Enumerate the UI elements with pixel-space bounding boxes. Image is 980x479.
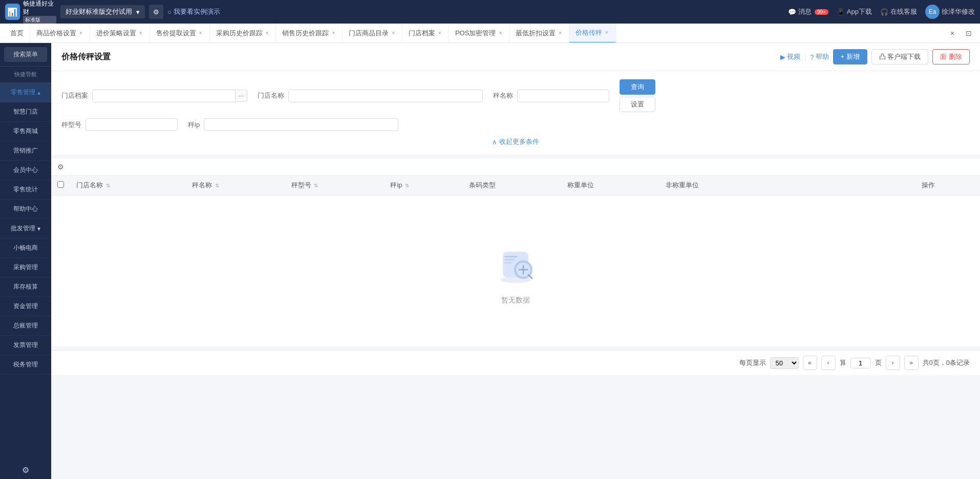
sidebar-item-finance[interactable]: 资金管理 bbox=[0, 297, 51, 316]
sidebar-settings-button[interactable]: ⚙ bbox=[22, 465, 29, 475]
video-link[interactable]: ▶ 视频 bbox=[780, 52, 800, 61]
sidebar-item-ledger[interactable]: 总账管理 bbox=[0, 316, 51, 336]
settings-button[interactable]: 设置 bbox=[620, 97, 655, 112]
table-header-scale-model: 秤型号 ⇅ bbox=[285, 176, 385, 195]
tab-price-scale[interactable]: 价格传秤 × bbox=[569, 24, 616, 43]
sidebar-item-smart-store[interactable]: 智慧门店 bbox=[0, 102, 51, 122]
tab-purchase-strategy[interactable]: 进价策略设置 × bbox=[90, 24, 150, 43]
tab-close-icon[interactable]: × bbox=[265, 30, 270, 36]
avatar: Ea bbox=[925, 5, 940, 19]
user-menu-button[interactable]: Ea 徐泽华修改 bbox=[925, 5, 975, 19]
tab-min-discount[interactable]: 最低折扣设置 × bbox=[509, 24, 569, 43]
play-icon: ▶ bbox=[780, 53, 785, 61]
tab-close-icon[interactable]: × bbox=[437, 30, 442, 36]
expand-tab-button[interactable]: ⊡ bbox=[962, 26, 976, 40]
app-selector[interactable]: 好业财标准版交付试用 ▾ bbox=[60, 5, 145, 18]
filter-store-archive: 门店档案 ··· bbox=[61, 90, 247, 102]
filter-store-name-label: 门店名称 bbox=[258, 91, 284, 100]
scale-model-input[interactable] bbox=[86, 118, 178, 131]
sidebar-item-retail-mgmt[interactable]: 零售管理 ▴ bbox=[0, 83, 51, 102]
filter-scale-ip: 秤ip bbox=[188, 118, 398, 131]
store-archive-dots-button[interactable]: ··· bbox=[236, 90, 247, 102]
page-size-label: 每页显示 bbox=[739, 358, 766, 367]
query-button[interactable]: 查询 bbox=[620, 79, 655, 95]
search-menu-button[interactable]: 搜索菜单 bbox=[4, 47, 47, 62]
tab-close-icon[interactable]: × bbox=[391, 30, 396, 36]
collapse-label: 收起更多条件 bbox=[499, 137, 539, 146]
table-config-icon[interactable]: ⚙ bbox=[57, 163, 64, 171]
tab-close-icon[interactable]: × bbox=[498, 30, 503, 36]
tab-store-catalog[interactable]: 门店商品目录 × bbox=[343, 24, 402, 43]
filter-store-archive-label: 门店档案 bbox=[61, 91, 88, 100]
table-header-non-weight-unit: 非称重单位 bbox=[659, 176, 915, 195]
add-button[interactable]: + 新增 bbox=[833, 49, 867, 64]
app-download-label: App下载 bbox=[847, 7, 872, 16]
tab-close-icon[interactable]: × bbox=[331, 30, 336, 36]
query-settings-group: 查询 设置 bbox=[620, 79, 655, 112]
content-area: 价格传秤设置 ▶ 视频 | ? 帮助 + 新增 凸 客户端下载 面 删除 bbox=[51, 43, 980, 479]
tab-close-icon[interactable]: × bbox=[78, 30, 83, 36]
sidebar-label-smart-store: 智慧门店 bbox=[13, 107, 38, 116]
tab-pos-management[interactable]: POS加密管理 × bbox=[449, 24, 509, 43]
sort-icon[interactable]: ⇅ bbox=[215, 183, 219, 188]
tab-sale-extract[interactable]: 售价提取设置 × bbox=[150, 24, 210, 43]
filter-area: 门店档案 ··· 门店名称 秤名称 查询 设置 bbox=[51, 71, 980, 155]
chevron-down-icon: ▾ bbox=[136, 8, 140, 16]
page-number-input[interactable] bbox=[850, 358, 871, 368]
version-badge: 标准版 bbox=[23, 16, 56, 24]
sidebar-item-marketing[interactable]: 营销推广 bbox=[0, 141, 51, 161]
page-size-select[interactable]: 50 10 20 100 bbox=[770, 357, 799, 369]
top-settings-button[interactable]: ⚙ bbox=[149, 5, 163, 19]
store-archive-input[interactable] bbox=[92, 90, 236, 102]
delete-button[interactable]: 面 删除 bbox=[932, 49, 970, 64]
close-tab-button[interactable]: × bbox=[945, 26, 960, 40]
sort-icon[interactable]: ⇅ bbox=[314, 183, 318, 188]
demo-label: 我要看实例演示 bbox=[174, 7, 220, 16]
sidebar-item-invoice[interactable]: 发票管理 bbox=[0, 336, 51, 355]
table-col-scale-ip-label: 秤ip bbox=[390, 181, 402, 189]
message-icon: 💬 bbox=[788, 8, 796, 16]
help-link[interactable]: ? 帮助 bbox=[810, 52, 828, 61]
tab-close-icon[interactable]: × bbox=[198, 30, 203, 36]
first-page-button[interactable]: « bbox=[803, 356, 817, 370]
store-name-input[interactable] bbox=[288, 90, 483, 102]
app-name: 畅捷通好业财 bbox=[23, 0, 56, 16]
sort-icon[interactable]: ⇅ bbox=[405, 183, 409, 188]
demo-button[interactable]: ○ 我要看实例演示 bbox=[167, 7, 220, 16]
sidebar-item-retail-stats[interactable]: 零售统计 bbox=[0, 180, 51, 200]
message-button[interactable]: 💬 消息 99+ bbox=[788, 7, 828, 16]
top-bar-right: 💬 消息 99+ 📱 App下载 🎧 在线客服 Ea 徐泽华修改 bbox=[788, 5, 975, 19]
next-page-button[interactable]: › bbox=[886, 356, 900, 370]
sidebar-item-inventory[interactable]: 库存核算 bbox=[0, 277, 51, 297]
filter-scale-ip-label: 秤ip bbox=[188, 120, 200, 129]
sidebar-item-member-center[interactable]: 会员中心 bbox=[0, 161, 51, 180]
sort-icon[interactable]: ⇅ bbox=[106, 183, 110, 188]
tab-store-profile[interactable]: 门店档案 × bbox=[402, 24, 449, 43]
scale-name-input[interactable] bbox=[517, 90, 609, 102]
sidebar-item-wholesale-mgmt[interactable]: 批发管理 ▾ bbox=[0, 219, 51, 238]
sidebar-item-tax[interactable]: 税务管理 bbox=[0, 355, 51, 375]
tab-price-settings[interactable]: 商品价格设置 × bbox=[30, 24, 90, 43]
select-all-checkbox[interactable] bbox=[57, 181, 64, 188]
collapse-button[interactable]: ∧ 收起更多条件 bbox=[492, 137, 539, 146]
tab-close-icon[interactable]: × bbox=[138, 30, 143, 36]
sidebar-label-xiao-ecom: 小畅电商 bbox=[13, 244, 38, 252]
app-download-button[interactable]: 📱 App下载 bbox=[837, 7, 872, 16]
download-button[interactable]: 凸 客户端下载 bbox=[871, 49, 929, 64]
tab-close-icon[interactable]: × bbox=[604, 30, 609, 35]
sidebar-item-xiao-ecom[interactable]: 小畅电商 bbox=[0, 238, 51, 258]
tab-close-icon[interactable]: × bbox=[558, 30, 563, 36]
last-page-button[interactable]: » bbox=[904, 356, 919, 370]
tab-purchase-history[interactable]: 采购历史价跟踪 × bbox=[210, 24, 276, 43]
empty-state: 暂无数据 bbox=[51, 195, 980, 346]
tab-sale-history[interactable]: 销售历史价跟踪 × bbox=[276, 24, 343, 43]
online-service-button[interactable]: 🎧 在线客服 bbox=[880, 7, 917, 16]
scale-ip-input[interactable] bbox=[204, 118, 398, 131]
sidebar-item-help-center[interactable]: 帮助中心 bbox=[0, 200, 51, 219]
tabs-actions: × ⊡ bbox=[945, 26, 976, 40]
sidebar-quick-nav[interactable]: 快捷导航 bbox=[0, 67, 51, 83]
tab-home[interactable]: 首页 bbox=[4, 24, 30, 43]
sidebar-item-retail-mall[interactable]: 零售商城 bbox=[0, 122, 51, 141]
prev-page-button[interactable]: ‹ bbox=[821, 356, 836, 370]
sidebar-item-purchase-mgmt[interactable]: 采购管理 bbox=[0, 258, 51, 277]
